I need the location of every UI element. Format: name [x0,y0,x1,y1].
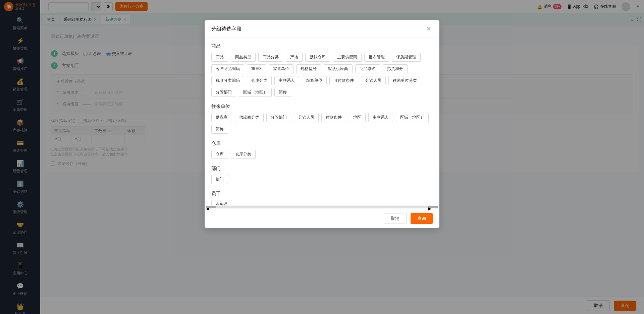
field-group-title-0: 商品 [211,43,433,49]
field-group-title-1: 往来单位 [211,104,433,110]
field-group-4: 员工业务员 [211,191,433,205]
field-tag-0-19[interactable]: 收付款条件 [329,76,358,85]
hscroll-right-arrow[interactable]: ▶ [428,206,438,208]
field-tag-0-22[interactable]: 分管部门 [211,88,236,97]
field-tag-1-6[interactable]: 主联系人 [368,113,393,122]
field-tag-1-0[interactable]: 供应商 [211,113,232,122]
field-tags-4: 业务员 [211,200,433,205]
field-tags-3: 部门 [211,175,433,184]
field-tag-1-8[interactable]: 简称 [211,125,228,134]
field-tags-0: 商品商品类型商品分类产地默认仓库主要供应商批次管理保质期管理客户商品编码重量3零… [211,53,433,97]
field-tag-0-2[interactable]: 商品分类 [258,53,283,62]
field-tag-0-17[interactable]: 主联系人 [274,76,299,85]
field-tag-3-0[interactable]: 部门 [211,175,228,184]
field-tag-1-5[interactable]: 地区 [349,113,366,122]
field-tag-0-11[interactable]: 规格型号 [296,64,321,73]
modal-title: 分组待选字段 [211,26,241,32]
cancel-button[interactable]: 取消 [384,213,407,224]
field-tag-0-9[interactable]: 重量3 [247,64,266,73]
field-group-title-3: 部门 [211,166,433,172]
field-tag-0-24[interactable]: 简称 [274,88,291,97]
field-group-title-2: 仓库 [211,140,433,146]
field-tag-1-3[interactable]: 分管人员 [294,113,319,122]
field-group-title-4: 员工 [211,191,433,197]
field-group-1: 往来单位供应商供应商分类分管部门分管人员付款条件地区主联系人区域（地区）简称 [211,104,433,134]
field-tag-0-7[interactable]: 保质期管理 [392,53,421,62]
modal-close-button[interactable]: ✕ [425,25,433,33]
modal-footer: 取消 查询 [205,209,439,228]
field-group-2: 仓库仓库仓库分类 [211,140,433,159]
confirm-button[interactable]: 查询 [411,213,433,224]
field-tag-0-4[interactable]: 默认仓库 [305,53,330,62]
field-tag-0-20[interactable]: 分管人员 [361,76,386,85]
field-tag-0-23[interactable]: 区域（地区） [239,88,272,97]
field-tag-0-21[interactable]: 往来单位分类 [388,76,421,85]
field-tag-0-3[interactable]: 产地 [286,53,303,62]
modal-horizontal-scroll[interactable]: ◀ ▶ [205,205,439,209]
field-tag-0-15[interactable]: 税收分类编码 [211,76,244,85]
modal-header: 分组待选字段 ✕ [205,20,439,38]
field-tag-1-7[interactable]: 区域（地区） [396,113,429,122]
field-tag-2-1[interactable]: 仓库分类 [231,150,256,159]
field-tag-4-0[interactable]: 业务员 [211,200,232,205]
field-tag-0-13[interactable]: 商品别名 [355,64,380,73]
field-tag-0-8[interactable]: 客户商品编码 [211,64,244,73]
field-tag-1-4[interactable]: 付款条件 [321,113,346,122]
field-tag-0-0[interactable]: 商品 [211,53,228,62]
modal-dialog: 分组待选字段 ✕ 商品商品商品类型商品分类产地默认仓库主要供应商批次管理保质期管… [205,20,439,228]
field-tag-0-5[interactable]: 主要供应商 [333,53,362,62]
field-tag-0-16[interactable]: 仓库分类 [247,76,272,85]
field-tag-1-2[interactable]: 分管部门 [266,113,291,122]
field-tag-1-1[interactable]: 供应商分类 [235,113,264,122]
field-tag-0-10[interactable]: 零售单位 [269,64,293,73]
hscroll-left-arrow[interactable]: ◀ [206,206,216,208]
field-tag-0-6[interactable]: 批次管理 [364,53,389,62]
field-group-0: 商品商品商品类型商品分类产地默认仓库主要供应商批次管理保质期管理客户商品编码重量… [211,43,433,97]
field-tag-0-18[interactable]: 结算单位 [302,76,327,85]
field-tag-0-1[interactable]: 商品类型 [231,53,256,62]
field-tag-0-14[interactable]: 拣货积分 [383,64,408,73]
field-group-3: 部门部门 [211,166,433,184]
modal-overlay: 分组待选字段 ✕ 商品商品商品类型商品分类产地默认仓库主要供应商批次管理保质期管… [0,0,644,314]
field-tags-2: 仓库仓库分类 [211,150,433,159]
field-tags-1: 供应商供应商分类分管部门分管人员付款条件地区主联系人区域（地区）简称 [211,113,433,134]
field-tag-2-0[interactable]: 仓库 [211,150,228,159]
modal-body: 商品商品商品类型商品分类产地默认仓库主要供应商批次管理保质期管理客户商品编码重量… [205,38,439,205]
hscroll-track[interactable] [216,206,428,208]
field-tag-0-12[interactable]: 默认供应商 [324,64,353,73]
